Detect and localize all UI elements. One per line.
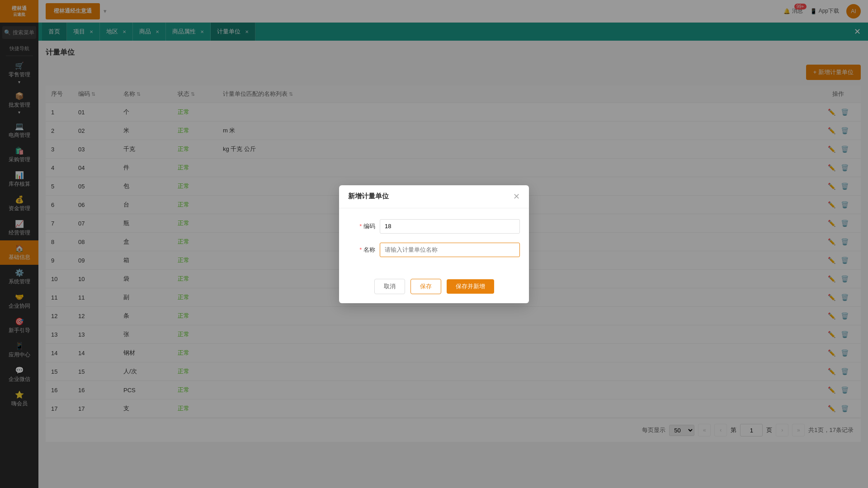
name-input[interactable]: [380, 243, 520, 257]
form-row-code: 编码: [348, 219, 520, 234]
save-continue-button[interactable]: 保存并新增: [447, 279, 494, 294]
cancel-button[interactable]: 取消: [374, 279, 405, 294]
code-input[interactable]: [380, 219, 520, 234]
add-uom-modal: 新增计量单位 ✕ 编码 名称 取消 保存 保存并新增: [339, 185, 529, 303]
modal-overlay: 新增计量单位 ✕ 编码 名称 取消 保存 保存并新增: [0, 0, 868, 488]
modal-close-button[interactable]: ✕: [513, 192, 520, 202]
modal-header: 新增计量单位 ✕: [339, 185, 529, 208]
modal-footer: 取消 保存 保存并新增: [339, 273, 529, 303]
form-row-name: 名称: [348, 243, 520, 257]
modal-body: 编码 名称: [339, 208, 529, 273]
modal-title: 新增计量单位: [348, 192, 389, 201]
form-label-name: 名称: [348, 246, 380, 254]
form-label-code: 编码: [348, 222, 380, 230]
save-button[interactable]: 保存: [410, 279, 441, 294]
